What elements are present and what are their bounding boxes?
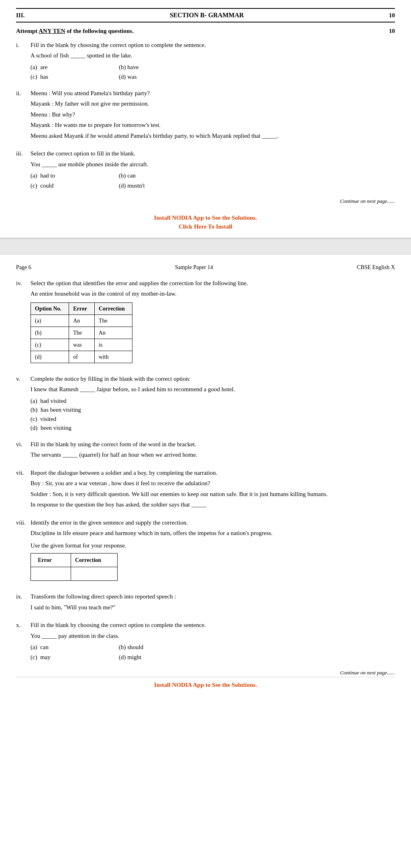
continue-text-p1: Continue on next page...... [16, 197, 395, 205]
table-cell-a-correction: The [94, 315, 132, 327]
question-x-instruction: Fill in the blank by choosing the correc… [31, 621, 395, 630]
table-cell-b-num: (b) [31, 327, 69, 339]
option-v-a: (a) had visited [31, 396, 395, 406]
page-1: III. SECTION B- GRAMMAR 10 Attempt ANY T… [0, 0, 411, 239]
question-i-row: i. Fill in the blank by choosing the cor… [16, 41, 395, 82]
table-header-correction: Correction [94, 302, 132, 315]
question-iv-row: iv. Select the option that identifies th… [16, 279, 395, 367]
section-roman-num: III. [16, 11, 24, 20]
question-iii-block: iii. Select the correct option to fill i… [16, 149, 395, 190]
option-i-d: (d) was [119, 72, 199, 82]
question-ix-text: Transform the following direct speech in… [31, 592, 395, 613]
q-ii-line-2: Mayank : My father will not give me perm… [31, 99, 395, 108]
option-iii-c: (c) could [31, 181, 111, 190]
option-i-a: (a) are [31, 63, 111, 72]
install-banner-p1[interactable]: Install NODIA App to See the Solutions. … [16, 209, 395, 234]
table-row-c: (c) was is [31, 339, 132, 351]
option-v-d: (d) been visiting [31, 423, 395, 433]
question-viii-sentence: Discipline in life ensure peace and harm… [31, 529, 395, 538]
q-vii-line-2: Soldier : Son, it is very difficult ques… [31, 490, 395, 499]
question-v-instruction: Complete the notice by filling in the bl… [31, 374, 395, 384]
question-i-num: i. [16, 41, 27, 82]
question-v-sentence: I knew that Ramesh _____ Jaipur before, … [31, 385, 395, 394]
question-viii-instruction: Identify the error in the given sentence… [31, 518, 395, 527]
format-instruction: Use the given format for your response. [31, 541, 395, 550]
question-x-row: x. Fill in the blank by choosing the cor… [16, 621, 395, 662]
blank-table-header-error: Error [31, 553, 71, 567]
section-marks: 10 [389, 11, 395, 20]
question-ix-instruction: Transform the following direct speech in… [31, 592, 395, 601]
question-iii-text: Select the correct option to fill in the… [31, 149, 395, 190]
question-vi-text: Fill in the blank by using the correct f… [31, 440, 395, 461]
question-iii-sentence: You _____ use mobile phones inside the a… [31, 160, 395, 169]
table-row-b: (b) The An [31, 327, 132, 339]
document: III. SECTION B- GRAMMAR 10 Attempt ANY T… [0, 0, 411, 695]
q-ii-line-5: Meenu asked Mayank if he would attend Pa… [31, 131, 395, 141]
question-vi-num: vi. [16, 440, 27, 461]
blank-table-cell-error [31, 567, 71, 581]
option-iii-b: (b) can [119, 171, 199, 180]
question-ii-row: ii. Meenu : Will you attend Pamela's bir… [16, 89, 395, 142]
click-here-p1[interactable]: Click Here To Install [16, 222, 395, 231]
page-2: Page 6 Sample Paper 14 CBSE English X iv… [0, 255, 411, 695]
question-iii-num: iii. [16, 149, 27, 190]
install-text-p1[interactable]: Install NODIA App to See the Solutions. [154, 214, 257, 221]
question-ix-sentence: I said to him, "Will you teach me?" [31, 603, 395, 612]
option-v-b: (b) has been visiting [31, 405, 395, 415]
question-iv-sentence: An entire household was in the control o… [31, 289, 395, 298]
option-x-d: (d) might [119, 653, 199, 662]
table-cell-a-error: An [69, 315, 95, 327]
cbse-label: CBSE English X [357, 263, 395, 272]
question-viii-block: viii. Identify the error in the given se… [16, 518, 395, 585]
question-ix-num: ix. [16, 592, 27, 613]
question-vii-text: Report the dialogue between a soldier an… [31, 468, 395, 511]
option-v-c: (c) visited [31, 415, 395, 424]
continue-text-p2: Continue on next page...... [16, 669, 395, 677]
section-title: SECTION B- GRAMMAR [24, 10, 389, 20]
question-v-text: Complete the notice by filling in the bl… [31, 374, 395, 433]
blank-table-row [31, 567, 118, 581]
table-cell-a-num: (a) [31, 315, 69, 327]
install-banner-p2[interactable]: Install NODIA App to See the Solutions. [16, 677, 395, 691]
question-ix-row: ix. Transform the following direct speec… [16, 592, 395, 613]
table-header-error: Error [69, 302, 95, 315]
question-viii-row: viii. Identify the error in the given se… [16, 518, 395, 585]
table-row-a: (a) An The [31, 315, 132, 327]
question-x-sentence: You _____ pay attention in the class. [31, 631, 395, 641]
blank-table-header-correction: Correction [71, 553, 118, 567]
question-i-block: i. Fill in the blank by choosing the cor… [16, 41, 395, 82]
question-iv-text: Select the option that identifies the er… [31, 279, 395, 367]
section-header: III. SECTION B- GRAMMAR 10 [16, 8, 395, 22]
table-row-d: (d) of with [31, 351, 132, 363]
question-i-text: Fill in the blank by choosing the correc… [31, 41, 395, 82]
any-ten-underline: ANY TEN [39, 28, 65, 34]
table-cell-b-correction: An [94, 327, 132, 339]
question-vii-num: vii. [16, 468, 27, 511]
question-vi-instruction: Fill in the blank by using the correct f… [31, 440, 395, 449]
question-ii-block: ii. Meenu : Will you attend Pamela's bir… [16, 89, 395, 142]
attempt-instruction-row: Attempt ANY TEN of the following questio… [16, 27, 395, 36]
question-i-options: (a) are (b) have (c) has (d) was [31, 63, 395, 82]
table-cell-c-error: was [69, 339, 95, 351]
sample-paper-label: Sample Paper 14 [175, 263, 213, 272]
question-x-text: Fill in the blank by choosing the correc… [31, 621, 395, 662]
attempt-marks: 10 [389, 27, 395, 36]
option-x-a: (a) can [31, 643, 111, 652]
page-separator [0, 239, 411, 255]
question-i-instruction: Fill in the blank by choosing the correc… [31, 41, 395, 50]
option-x-b: (b) should [119, 643, 199, 652]
question-x-options: (a) can (b) should (c) may (d) might [31, 643, 395, 662]
q-ii-line-3: Meenu : But why? [31, 110, 395, 119]
question-ii-text: Meenu : Will you attend Pamela's birthda… [31, 89, 395, 142]
question-v-options: (a) had visited (b) has been visiting (c… [31, 396, 395, 433]
question-iii-options: (a) had to (b) can (c) could (d) mustn't [31, 171, 395, 190]
table-header-option-no: Option No. [31, 302, 69, 315]
question-viii-text: Identify the error in the given sentence… [31, 518, 395, 585]
option-iii-d: (d) mustn't [119, 181, 199, 190]
question-vii-block: vii. Report the dialogue between a soldi… [16, 468, 395, 511]
question-iii-row: iii. Select the correct option to fill i… [16, 149, 395, 190]
question-v-block: v. Complete the notice by filling in the… [16, 374, 395, 433]
question-vii-instruction: Report the dialogue between a soldier an… [31, 468, 395, 478]
question-v-num: v. [16, 374, 27, 433]
install-text-p2[interactable]: Install NODIA App to See the Solutions. [154, 682, 257, 688]
